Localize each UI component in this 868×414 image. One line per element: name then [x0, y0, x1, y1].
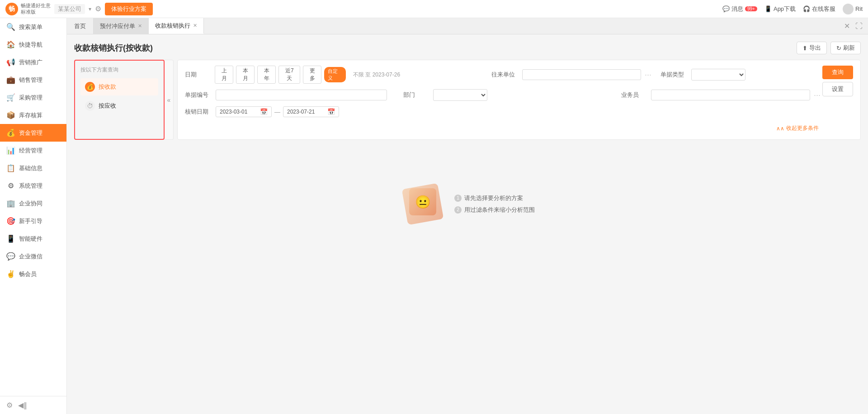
- sidebar-item-wechat[interactable]: 💬 企业微信: [0, 247, 66, 265]
- salesperson-input[interactable]: [651, 90, 810, 100]
- counterparty-input[interactable]: [522, 69, 641, 80]
- sidebar-item-label: 快捷导航: [19, 41, 42, 49]
- sidebar-item-label: 基础信息: [19, 164, 42, 172]
- salesperson-label: 业务员: [621, 91, 644, 99]
- filter-action-buttons: 查询 设置: [822, 66, 853, 134]
- date-btn-more[interactable]: 更多: [303, 66, 321, 84]
- sidebar-item-basic-info[interactable]: 📋 基础信息: [0, 159, 66, 177]
- tab-bar-actions: ✕ ⛶: [842, 21, 868, 31]
- date-btn-this-month[interactable]: 本月: [236, 66, 255, 84]
- home-icon: 🏠: [6, 40, 15, 49]
- tab-label: 收款核销执行: [155, 22, 190, 30]
- verification-date-label: 核销日期: [185, 108, 208, 116]
- expand-tab-btn[interactable]: ⛶: [854, 21, 864, 31]
- sidebar-item-quick-nav[interactable]: 🏠 快捷导航: [0, 36, 66, 53]
- sidebar-item-operations[interactable]: 📊 经营管理: [0, 142, 66, 159]
- expand-row: ∧∧ 收起更多条件: [185, 123, 822, 134]
- refresh-icon: ↻: [836, 45, 841, 52]
- sidebar-item-inventory[interactable]: 📦 库存核算: [0, 106, 66, 124]
- clipboard-icon: 📋: [6, 164, 15, 172]
- department-field: [433, 89, 604, 101]
- message-item[interactable]: 💬 消息 99+: [722, 5, 757, 13]
- app-download-item[interactable]: 📱 App下载: [764, 5, 796, 13]
- date-btn-last-month[interactable]: 上月: [215, 66, 233, 84]
- filter-option-by-receivable[interactable]: ⏱ 按应收: [80, 97, 158, 114]
- target-icon: 🎯: [6, 217, 15, 225]
- empty-state: 😐 1 请先选择要分析的方案 2 用过滤条件来缩小分析范围: [74, 145, 861, 263]
- empty-hint2: 2 用过滤条件来缩小分析范围: [454, 204, 535, 216]
- verification-end-input[interactable]: [287, 109, 326, 115]
- main-layout: 🔍 搜索菜单 🏠 快捷导航 📢 营销推广 💼 销售管理 🛒 采购管理 📦 库存核…: [0, 18, 868, 414]
- filter-option-by-receipt[interactable]: 💰 按收款: [80, 78, 158, 95]
- sidebar-item-marketing[interactable]: 📢 营销推广: [0, 53, 66, 71]
- sidebar-item-label: 企业协同: [19, 200, 42, 208]
- empty-hint1: 1 请先选择要分析的方案: [454, 192, 535, 204]
- company-dropdown-icon[interactable]: ▾: [89, 6, 91, 12]
- bill-type-select[interactable]: [691, 69, 745, 81]
- date-btn-this-year[interactable]: 本年: [257, 66, 276, 84]
- sidebar-item-search-menu[interactable]: 🔍 搜索菜单: [0, 18, 66, 36]
- sidebar-item-member[interactable]: ✌ 畅会员: [0, 265, 66, 283]
- sidebar-item-label: 智能硬件: [19, 235, 42, 243]
- settings-icon[interactable]: ⚙: [95, 5, 101, 13]
- query-btn[interactable]: 查询: [822, 66, 853, 79]
- by-receivable-label: 按应收: [99, 102, 116, 110]
- page-title: 收款核销执行(按收款): [74, 43, 153, 53]
- counterparty-field: ···: [522, 69, 653, 80]
- settings-bottom-icon[interactable]: ⚙: [6, 401, 13, 409]
- sidebar-item-smart-hw[interactable]: 📱 智能硬件: [0, 230, 66, 247]
- export-btn[interactable]: ⬆ 导出: [797, 42, 827, 54]
- bill-no-input[interactable]: [216, 90, 387, 100]
- company-name[interactable]: 某某公司: [54, 4, 85, 14]
- sidebar-item-sales[interactable]: 💼 销售管理: [0, 71, 66, 89]
- verification-start-date-box: 📅: [216, 106, 272, 117]
- calendar-start-icon[interactable]: 📅: [260, 108, 268, 115]
- sidebar-item-enterprise[interactable]: 🏢 企业协同: [0, 195, 66, 212]
- receivable-icon: ⏱: [85, 101, 95, 111]
- tab-close-receipt-cancel[interactable]: ✕: [193, 23, 197, 29]
- sidebar-item-label: 销售管理: [19, 76, 42, 84]
- building-icon: 🏢: [6, 199, 15, 208]
- industry-btn[interactable]: 体验行业方案: [105, 3, 153, 15]
- counterparty-label: 往来单位: [491, 71, 515, 79]
- filter-settings-btn[interactable]: 设置: [822, 82, 853, 96]
- sidebar-item-label: 搜索菜单: [19, 23, 42, 31]
- app-logo: 畅 畅捷通好生意 标准版: [5, 3, 51, 15]
- bill-type-field: [691, 69, 822, 81]
- counterparty-dots-btn[interactable]: ···: [643, 71, 653, 79]
- date-placeholder-area: 不限 至 2023-07-26: [353, 71, 484, 79]
- step1-num: 1: [454, 195, 462, 202]
- sidebar-item-finance[interactable]: 💰 资金管理: [0, 124, 66, 142]
- salesperson-dots-btn[interactable]: ···: [812, 91, 822, 99]
- verification-start-input[interactable]: [220, 109, 258, 115]
- tab-receipt-cancel[interactable]: 收款核销执行 ✕: [149, 18, 204, 34]
- tab-advance-payment[interactable]: 预付冲应付单 ✕: [94, 18, 149, 34]
- department-select[interactable]: [433, 89, 487, 101]
- wechat-icon: 💬: [6, 252, 15, 261]
- refresh-btn[interactable]: ↻ 刷新: [830, 42, 861, 54]
- user-info[interactable]: Rit: [843, 4, 863, 14]
- app-download-icon: 📱: [764, 5, 772, 12]
- date-btn-7days[interactable]: 近7天: [278, 66, 300, 84]
- collapse-sidebar-icon[interactable]: ◀‖: [18, 401, 27, 409]
- sidebar-item-purchase[interactable]: 🛒 采购管理: [0, 89, 66, 106]
- bill-type-label: 单据类型: [660, 71, 684, 79]
- sidebar-item-system[interactable]: ⚙ 系统管理: [0, 177, 66, 195]
- collapse-more-btn[interactable]: ∧∧ 收起更多条件: [773, 123, 822, 134]
- megaphone-icon: 📢: [6, 58, 15, 67]
- collapse-filter-btn[interactable]: «: [165, 60, 174, 140]
- filter-row-date: 日期 上月 本月 本年 近7天 更多 自定义: [185, 66, 822, 84]
- logo-icon: 畅: [5, 3, 18, 15]
- tab-home[interactable]: 首页: [67, 18, 94, 34]
- online-service-item[interactable]: 🎧 在线客服: [803, 5, 835, 13]
- sidebar-item-guide[interactable]: 🎯 新手引导: [0, 212, 66, 230]
- tab-close-advance-payment[interactable]: ✕: [138, 23, 142, 29]
- sidebar-item-label: 系统管理: [19, 182, 42, 190]
- sidebar-item-label: 营销推广: [19, 58, 42, 67]
- range-dash: —: [274, 109, 280, 115]
- close-tab-btn[interactable]: ✕: [842, 21, 852, 31]
- sidebar-item-label: 采购管理: [19, 94, 42, 102]
- by-receipt-label: 按收款: [99, 83, 116, 91]
- sidebar-item-label: 资金管理: [19, 129, 42, 137]
- calendar-end-icon[interactable]: 📅: [327, 108, 335, 115]
